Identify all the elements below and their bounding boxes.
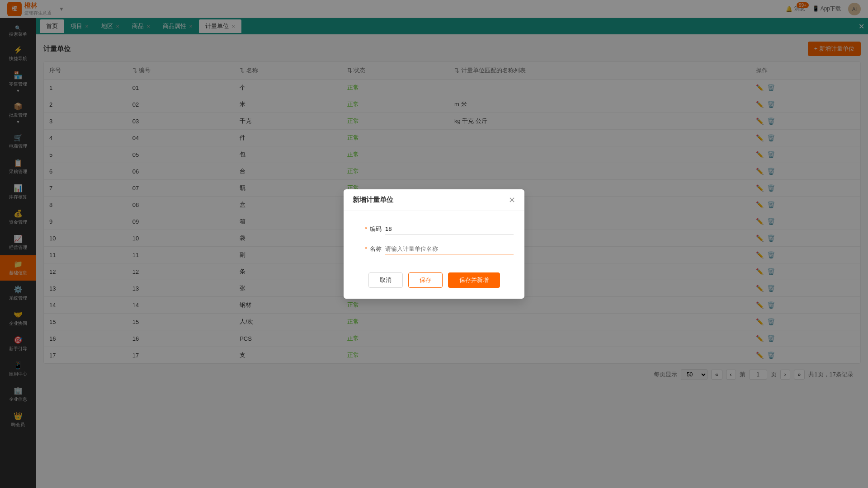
modal-close-button[interactable]: ✕ [509,196,515,204]
name-form-row: * 名称 [354,244,514,254]
required-star-name: * [365,245,367,252]
modal-overlay: 新增计量单位 ✕ * 编码 * 名称 取消 保存 保存并新增 [0,0,868,488]
code-input[interactable] [385,224,514,235]
modal-header: 新增计量单位 ✕ [344,189,524,211]
save-button[interactable]: 保存 [408,272,443,288]
name-label: * 名称 [354,245,382,253]
modal-title: 新增计量单位 [353,196,393,204]
modal-body: * 编码 * 名称 [344,211,524,272]
code-label: * 编码 [354,225,382,233]
add-unit-modal: 新增计量单位 ✕ * 编码 * 名称 取消 保存 保存并新增 [344,189,524,299]
cancel-button[interactable]: 取消 [368,272,403,288]
code-form-row: * 编码 [354,224,514,235]
required-star-code: * [365,225,367,232]
modal-footer: 取消 保存 保存并新增 [344,272,524,299]
name-input[interactable] [385,244,514,254]
save-and-new-button[interactable]: 保存并新增 [448,272,500,288]
